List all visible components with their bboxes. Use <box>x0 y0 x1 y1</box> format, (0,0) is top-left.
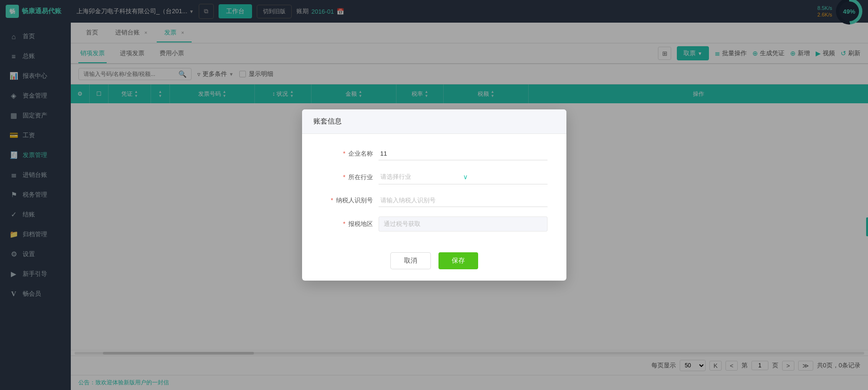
account-info-dialog: 账套信息 * 企业名称 * 所在行业 请选择行业 ∨ <box>302 109 566 281</box>
dialog-title: 账套信息 <box>302 109 566 134</box>
company-name-input[interactable] <box>379 147 548 160</box>
tax-region-display: 通过税号获取 <box>379 216 548 232</box>
modal-overlay: 账套信息 * 企业名称 * 所在行业 请选择行业 ∨ <box>0 0 868 390</box>
required-mark-3: * <box>331 197 333 204</box>
industry-label: * 所在行业 <box>321 173 373 182</box>
dialog-body: * 企业名称 * 所在行业 请选择行业 ∨ * <box>302 134 566 245</box>
industry-select[interactable]: 请选择行业 ∨ <box>379 170 548 184</box>
dialog-footer: 取消 保存 <box>302 245 566 281</box>
save-button[interactable]: 保存 <box>438 252 478 269</box>
tax-id-row: * 纳税人识别号 <box>321 194 548 207</box>
required-mark-2: * <box>343 174 346 181</box>
required-mark-4: * <box>343 220 346 227</box>
company-name-row: * 企业名称 <box>321 147 548 160</box>
company-name-label: * 企业名称 <box>321 149 373 158</box>
tax-id-label: * 纳税人识别号 <box>321 196 373 205</box>
cancel-button[interactable]: 取消 <box>390 252 431 269</box>
required-mark: * <box>343 150 346 157</box>
industry-field-label: 所在行业 <box>348 174 373 181</box>
tax-region-label: * 报税地区 <box>321 220 373 228</box>
tax-region-field-label: 报税地区 <box>348 220 373 227</box>
tax-region-row: * 报税地区 通过税号获取 <box>321 216 548 232</box>
company-name-field-label: 企业名称 <box>348 150 373 157</box>
industry-placeholder: 请选择行业 <box>380 173 463 181</box>
industry-row: * 所在行业 请选择行业 ∨ <box>321 170 548 184</box>
tax-id-input[interactable] <box>379 194 548 207</box>
industry-chevron-icon: ∨ <box>463 173 546 181</box>
tax-id-field-label: 纳税人识别号 <box>336 197 373 204</box>
